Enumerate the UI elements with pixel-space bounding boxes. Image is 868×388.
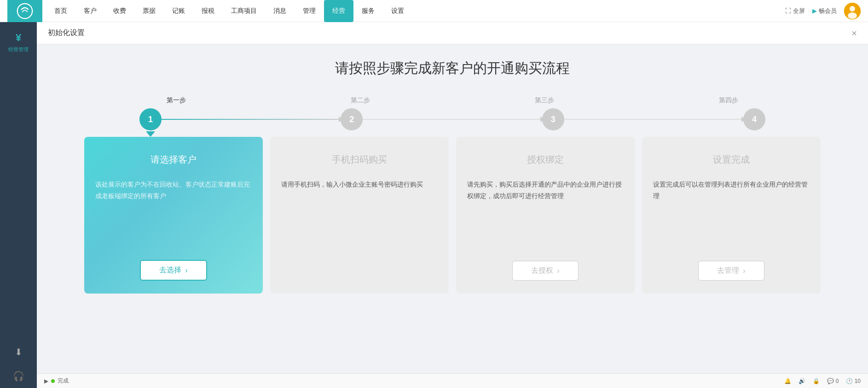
step4-btn-wrap: 去管理 › — [653, 252, 810, 281]
page-header: 初始化设置 × — [37, 22, 868, 44]
step1-label: 第一步 — [84, 96, 268, 105]
connector-2-3 — [363, 119, 542, 120]
step1-circle: 1 — [139, 108, 162, 130]
sidebar-item-operation[interactable]: ¥ 经营管理 — [0, 26, 37, 59]
step1-indicator: 1 — [139, 108, 162, 137]
nav-item-customer[interactable]: 客户 — [75, 0, 105, 22]
steps-area: 第一步 第二步 第三步 第四步 1 — [84, 96, 821, 294]
headset-icon: 🎧 — [12, 370, 25, 382]
step3-circle: 3 — [542, 108, 564, 130]
connector-1-2 — [162, 119, 341, 120]
step4-label: 第四步 — [637, 96, 821, 105]
step4-btn-label: 去管理 — [717, 266, 739, 276]
sidebar-bottom: ⬇ 🎧 — [12, 340, 25, 388]
step3-card-desc: 请先购买，购买后选择开通的产品中的企业用户进行授权绑定，成功后即可进行经营管理 — [467, 179, 624, 252]
nav-item-tax[interactable]: 报税 — [193, 0, 223, 22]
step3-btn-wrap: 去授权 › — [467, 252, 624, 281]
fullscreen-button[interactable]: ⛶ 全屏 — [785, 7, 805, 15]
main-content: 初始化设置 × 请按照步骤完成新客户的开通购买流程 第一步 第二步 第三步 第四… — [37, 22, 868, 388]
step4-card-title: 设置完成 — [653, 150, 810, 170]
step2-circle: 2 — [341, 108, 363, 130]
lock-icon[interactable]: 🔒 — [813, 378, 820, 384]
step2-label: 第二步 — [268, 96, 452, 105]
step1-card: 请选择客户 该处展示的客户为不在回收站、客户状态正常建账后完成老板端绑定的所有客… — [84, 137, 263, 294]
download-icon: ⬇ — [12, 346, 25, 359]
step2-indicator: 2 — [341, 108, 363, 130]
play-icon: ▶ — [812, 7, 817, 14]
connector-3-4 — [564, 119, 743, 120]
sidebar: ¥ 经营管理 ⬇ 🎧 — [0, 22, 37, 388]
step1-action-button[interactable]: 去选择 › — [140, 260, 207, 281]
main-layout: ¥ 经营管理 ⬇ 🎧 初始化设置 × 请按照步骤完成新客户的开通购买流程 第一步 — [0, 22, 868, 388]
cards-row: 请选择客户 该处展示的客户为不在回收站、客户状态正常建账后完成老板端绑定的所有客… — [84, 137, 821, 294]
wizard-title: 请按照步骤完成新客户的开通购买流程 — [335, 59, 570, 78]
step1-pointer — [146, 131, 155, 137]
sidebar-item-support[interactable]: 🎧 — [12, 364, 25, 388]
step1-card-title: 请选择客户 — [95, 150, 252, 170]
user-avatar[interactable] — [844, 3, 861, 19]
step2-card-title: 手机扫码购买 — [281, 150, 438, 170]
step3-label: 第三步 — [452, 96, 637, 105]
step4-action-button[interactable]: 去管理 › — [698, 261, 764, 281]
nav-item-bill[interactable]: 票据 — [134, 0, 164, 22]
play-button[interactable]: ▶ — [44, 378, 48, 384]
step1-btn-label: 去选择 — [159, 265, 181, 275]
sidebar-item-label: 经营管理 — [8, 46, 29, 53]
nav-item-service[interactable]: 服务 — [353, 0, 383, 22]
vip-button[interactable]: ▶ 畅会员 — [812, 7, 837, 15]
nav-right-area: ⛶ 全屏 ▶ 畅会员 — [785, 3, 861, 19]
nav-item-business[interactable]: 工商项目 — [223, 0, 265, 22]
step1-btn-wrap: 去选择 › — [95, 251, 252, 281]
clock-display: 🕐 10 — [846, 378, 861, 384]
wizard-area: 请按照步骤完成新客户的开通购买流程 第一步 第二步 第三步 第四步 1 — [37, 44, 868, 373]
step1-card-desc: 该处展示的客户为不在回收站、客户状态正常建账后完成老板端绑定的所有客户 — [95, 179, 252, 251]
fullscreen-icon: ⛶ — [785, 7, 791, 14]
svg-point-2 — [850, 6, 855, 12]
step3-card-title: 授权绑定 — [467, 150, 624, 170]
svg-point-3 — [848, 12, 857, 19]
status-label: 完成 — [58, 377, 69, 385]
step3-card: 授权绑定 请先购买，购买后选择开通的产品中的企业用户进行授权绑定，成功后即可进行… — [456, 137, 635, 294]
bottom-bar-left: ▶ 完成 — [44, 377, 69, 385]
close-button[interactable]: × — [851, 29, 857, 38]
svg-point-0 — [17, 3, 32, 18]
status-dot — [51, 379, 55, 383]
step2-card: 手机扫码购买 请用手机扫码，输入小微企业主账号密码进行购买 — [270, 137, 449, 294]
step-labels-row: 第一步 第二步 第三步 第四步 — [84, 96, 821, 105]
bottom-bar: ▶ 完成 🔔 🔊 🔒 💬 0 🕐 10 — [37, 373, 868, 388]
nav-item-fee[interactable]: 收费 — [105, 0, 134, 22]
step4-card: 设置完成 设置完成后可以在管理列表进行所有企业用户的经营管理 去管理 › — [642, 137, 821, 294]
nav-item-manage[interactable]: 管理 — [295, 0, 324, 22]
page-title: 初始化设置 — [48, 28, 85, 38]
step2-card-desc: 请用手机扫码，输入小微企业主账号密码进行购买 — [281, 179, 438, 281]
nav-item-settings[interactable]: 设置 — [383, 0, 412, 22]
step4-card-desc: 设置完成后可以在管理列表进行所有企业用户的经营管理 — [653, 179, 810, 252]
top-navigation: 首页 客户 收费 票据 记账 报税 工商项目 消息 管理 经营 服务 设置 ⛶ … — [0, 0, 868, 22]
step1-btn-arrow: › — [185, 266, 187, 275]
fullscreen-label: 全屏 — [793, 7, 805, 15]
vip-label: 畅会员 — [819, 7, 837, 15]
yen-icon: ¥ — [12, 31, 25, 44]
step4-circle: 4 — [743, 108, 765, 130]
message-count[interactable]: 💬 0 — [827, 378, 839, 384]
step3-btn-arrow: › — [557, 267, 559, 275]
step4-btn-arrow: › — [743, 267, 745, 275]
nav-item-home[interactable]: 首页 — [46, 0, 75, 22]
nav-item-accounting[interactable]: 记账 — [164, 0, 193, 22]
nav-item-message[interactable]: 消息 — [265, 0, 295, 22]
bottom-bar-right: 🔔 🔊 🔒 💬 0 🕐 10 — [784, 378, 861, 384]
nav-item-operation[interactable]: 经营 — [324, 0, 353, 22]
step-indicators-row: 1 2 3 — [84, 108, 821, 137]
app-logo[interactable] — [7, 0, 42, 22]
step4-indicator: 4 — [743, 108, 765, 130]
step3-indicator: 3 — [542, 108, 564, 130]
step3-action-button[interactable]: 去授权 › — [512, 261, 578, 281]
step3-btn-label: 去授权 — [531, 266, 553, 276]
sidebar-item-download[interactable]: ⬇ — [12, 340, 25, 364]
volume-icon[interactable]: 🔊 — [799, 378, 805, 384]
notification-icon[interactable]: 🔔 — [784, 378, 791, 384]
